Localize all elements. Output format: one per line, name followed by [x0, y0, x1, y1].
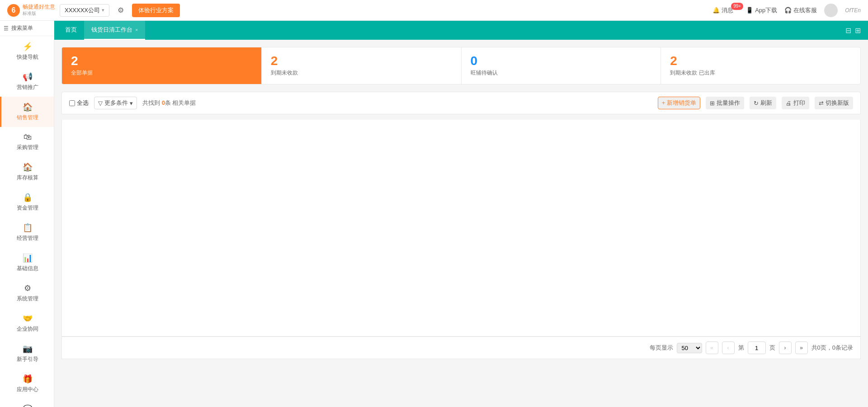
page-size-label: 每页显示: [650, 344, 673, 352]
refresh-icon: ↻: [754, 100, 759, 107]
nav-tabs-right: ⊟ ⊞: [845, 21, 864, 40]
page-content: 2 全部单据 2 到期未收款 0 旺辅待确认 2 到期未收款 已出库 全选: [54, 40, 868, 407]
page-size-select[interactable]: 50 100 200: [677, 343, 702, 353]
home-tab-label: 首页: [65, 26, 77, 34]
stat-overdue-label: 到期未收款: [271, 69, 452, 77]
sidebar-item-marketing[interactable]: 📢 营销推广: [0, 66, 54, 97]
company-selector[interactable]: XXXXXX公司 ▾: [60, 4, 109, 17]
messages-button[interactable]: 🔔 消息 99+: [712, 6, 739, 14]
sidebar-item-quick-nav[interactable]: ⚡ 快捷导航: [0, 36, 54, 66]
total-info: 共0页，0条记录: [811, 344, 853, 352]
sidebar-item-app-center[interactable]: 🎁 应用中心: [0, 369, 54, 399]
sidebar: ☰ 搜索菜单 ⚡ 快捷导航 📢 营销推广 🏠 销售管理 🛍 采购管理 🏠 库存核…: [0, 21, 54, 407]
stat-overdue-unpaid[interactable]: 2 到期未收款: [262, 47, 462, 84]
search-icon: ☰: [4, 25, 9, 32]
trial-button[interactable]: 体验行业方案: [132, 4, 180, 17]
print-icon: 🖨: [786, 100, 792, 107]
sidebar-item-new-guide[interactable]: 📷 新手引导: [0, 338, 54, 369]
filter-button[interactable]: ▽ 更多条件 ▾: [94, 97, 137, 109]
sales-icon: 🏠: [23, 102, 33, 112]
sys-icon: ⚙: [24, 283, 31, 293]
stats-row: 2 全部单据 2 到期未收款 0 旺辅待确认 2 到期未收款 已出库: [61, 47, 861, 84]
stat-unshipped-label: 到期未收款 已出库: [670, 69, 851, 77]
toolbar-left: 全选 ▽ 更多条件 ▾ 共找到 0条 相关单据: [69, 97, 196, 109]
stat-overdue-unshipped[interactable]: 2 到期未收款 已出库: [661, 47, 860, 84]
select-all-input[interactable]: [69, 100, 75, 106]
sidebar-item-purchase[interactable]: 🛍 采购管理: [0, 127, 54, 157]
sidebar-item-sys-mgmt[interactable]: ⚙ 系统管理: [0, 278, 54, 308]
guide-icon: 📷: [23, 344, 33, 354]
add-sales-order-button[interactable]: + 新增销货单: [658, 97, 700, 109]
download-icon: 📱: [746, 7, 753, 14]
search-menu-label: 搜索菜单: [11, 24, 33, 32]
table-footer: 每页显示 50 100 200 « ‹ 第 页 › » 共0页，0条记录: [61, 337, 861, 359]
sidebar-item-label: 企业协同: [17, 325, 38, 333]
sidebar-item-base-info[interactable]: 📊 基础信息: [0, 248, 54, 278]
switch-version-button[interactable]: ⇄ 切换新版: [815, 97, 853, 109]
sidebar-item-label: 系统管理: [17, 295, 38, 303]
batch-label: 批量操作: [717, 99, 740, 107]
stat-wangwang[interactable]: 0 旺辅待确认: [462, 47, 661, 84]
app-download-button[interactable]: 📱 App下载: [746, 6, 777, 14]
stat-all-num: 2: [71, 55, 252, 67]
refresh-button[interactable]: ↻ 刷新: [750, 97, 776, 109]
sidebar-item-operations[interactable]: 📋 经营管理: [0, 217, 54, 248]
page-label: 第: [738, 344, 744, 352]
minimize-tab-button[interactable]: ⊟: [845, 26, 851, 35]
chevron-down-icon: ▾: [102, 7, 104, 13]
search-menu-button[interactable]: ☰ 搜索菜单: [0, 21, 54, 36]
logo-area: 6 畅捷通好生意 标准版: [7, 4, 55, 17]
app-download-label: App下载: [755, 6, 777, 14]
filter-icon: ▽: [98, 100, 103, 107]
sidebar-item-label: 应用中心: [17, 386, 38, 393]
toolbar-right: + 新增销货单 ⊞ 批量操作 ↻ 刷新 🖨 打印 ⇄ 切换新版: [658, 97, 853, 109]
sidebar-item-corp-wx[interactable]: 💬 企业微信: [0, 399, 54, 407]
print-label: 打印: [793, 99, 805, 107]
print-button[interactable]: 🖨 打印: [782, 97, 809, 109]
app-center-icon: 🎁: [23, 374, 33, 384]
wx-icon: 💬: [23, 404, 33, 407]
main-content: 首页 钱货日清工作台 × ⊟ ⊞ 2 全部单据 2 到期未收款 0 旺辅待确认: [54, 21, 868, 407]
batch-operation-button[interactable]: ⊞ 批量操作: [706, 97, 744, 109]
toolbar: 全选 ▽ 更多条件 ▾ 共找到 0条 相关单据 + 新增销货单 ⊞ 批量操作: [61, 92, 861, 114]
daily-work-tab-label: 钱货日清工作台: [91, 26, 132, 34]
logo-icon: 6: [7, 4, 20, 17]
tab-home[interactable]: 首页: [58, 21, 84, 40]
page-number-input[interactable]: [748, 342, 766, 354]
sidebar-item-sales[interactable]: 🏠 销售管理: [0, 97, 54, 127]
coop-icon: 🤝: [23, 313, 33, 323]
refresh-label: 刷新: [760, 99, 772, 107]
next-page-button[interactable]: ›: [779, 342, 792, 354]
top-header: 6 畅捷通好生意 标准版 XXXXXX公司 ▾ ⚙ 体验行业方案 🔔 消息 99…: [0, 0, 868, 21]
maximize-tab-button[interactable]: ⊞: [855, 26, 861, 35]
stat-all-label: 全部单据: [71, 69, 252, 77]
switch-label: 切换新版: [826, 99, 849, 107]
sidebar-item-label: 新手引导: [17, 356, 38, 363]
online-service-button[interactable]: 🎧 在线客服: [784, 6, 817, 14]
gear-icon: ⚙: [118, 6, 124, 14]
avatar[interactable]: [824, 4, 838, 17]
sidebar-item-finance[interactable]: 🔒 资金管理: [0, 187, 54, 217]
sidebar-item-label: 营销推广: [17, 84, 38, 91]
first-page-button[interactable]: «: [706, 342, 718, 354]
prev-page-button[interactable]: ‹: [722, 342, 735, 354]
close-tab-icon[interactable]: ×: [135, 27, 138, 33]
logo-title: 畅捷通好生意: [23, 4, 55, 11]
stat-overdue-num: 2: [271, 55, 452, 67]
stat-all[interactable]: 2 全部单据: [62, 47, 262, 84]
filter-label: 更多条件: [104, 99, 128, 107]
settings-button[interactable]: ⚙: [114, 4, 127, 17]
select-all-label: 全选: [77, 99, 89, 107]
online-service-label: 在线客服: [793, 6, 817, 14]
result-text: 共找到 0条 相关单据: [142, 99, 196, 107]
logo-subtitle: 标准版: [23, 10, 55, 17]
chevron-filter-icon: ▾: [130, 100, 133, 107]
sidebar-item-label: 经营管理: [17, 234, 38, 242]
marketing-icon: 📢: [23, 72, 33, 82]
select-all-checkbox[interactable]: 全选: [69, 99, 89, 107]
tab-daily-work[interactable]: 钱货日清工作台 ×: [84, 21, 145, 40]
sidebar-item-corp-coop[interactable]: 🤝 企业协同: [0, 308, 54, 338]
result-suffix: 条 相关单据: [165, 99, 196, 106]
last-page-button[interactable]: »: [795, 342, 808, 354]
sidebar-item-inventory[interactable]: 🏠 库存核算: [0, 157, 54, 187]
